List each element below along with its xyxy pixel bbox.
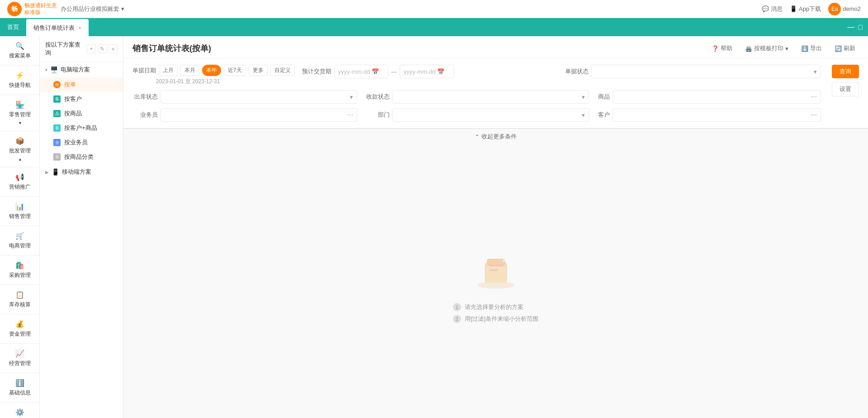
- refresh-icon: 🔄: [835, 45, 842, 52]
- delivery-status-group: 出库状态 ▾: [132, 90, 357, 104]
- sidebar-item-shortcut[interactable]: ⚡ 快捷导航: [0, 66, 39, 95]
- salesperson-input[interactable]: ···: [160, 108, 357, 122]
- empty-tip-2: 2 用[过滤]条件来缩小分析范围: [453, 315, 538, 323]
- scheme-collapse-button[interactable]: «: [108, 44, 118, 53]
- date-btn-last-month[interactable]: 上月: [159, 65, 178, 76]
- tabbar-right-actions: — □: [847, 23, 868, 31]
- delivery-status-select[interactable]: ▾: [160, 90, 357, 104]
- status-label: 单据状态: [565, 67, 589, 76]
- scheme-item-by-salesperson[interactable]: 业 按业务员: [40, 135, 123, 150]
- date-filter-group: 单据日期 上月 本月 本年 近7天 更多 自定义 2023-01-01 至 20…: [132, 65, 295, 86]
- refresh-button[interactable]: 🔄 刷新: [831, 43, 859, 54]
- expected-date-start[interactable]: yyyy-mm-dd 📅: [334, 65, 388, 78]
- tab-home[interactable]: 首页: [0, 18, 26, 36]
- date-btn-custom[interactable]: 自定义: [270, 65, 295, 76]
- query-button[interactable]: 查询: [832, 65, 859, 78]
- mobile-arrow-icon: ▶: [45, 170, 49, 175]
- tab-minimize-icon[interactable]: —: [847, 23, 854, 31]
- date-end-placeholder: yyyy-mm-dd: [404, 68, 436, 75]
- scheme-item-by-cust-prod[interactable]: 客 按客户+商品: [40, 121, 123, 135]
- empty-tips: 1 请先选择要分析的方案 2 用[过滤]条件来缩小分析范围: [453, 303, 538, 323]
- date-btn-this-year[interactable]: 本年: [202, 65, 221, 76]
- calendar-start-icon: 📅: [372, 68, 379, 75]
- empty-tip-1: 1 请先选择要分析的方案: [453, 303, 538, 311]
- retail-icon: 🏪: [15, 100, 24, 109]
- logo-text: 畅捷通好生意 标准版: [24, 2, 57, 15]
- scheme-category-mobile[interactable]: ▶ 📱 移动端方案: [40, 164, 123, 180]
- scheme-item-by-order[interactable]: 按 按单: [40, 77, 123, 92]
- by-salesperson-label: 按业务员: [64, 138, 88, 147]
- sidebar-item-inventory[interactable]: 📋 库存核算: [0, 285, 39, 314]
- query-btn-group: 查询 设置: [832, 65, 859, 96]
- sidebar-item-search[interactable]: 🔍 搜索菜单: [0, 36, 39, 66]
- export-button[interactable]: ⬇️ 导出: [797, 43, 826, 54]
- wholesale-icon: 📦: [15, 137, 24, 145]
- date-btn-this-month[interactable]: 本月: [180, 65, 199, 76]
- tab-maximize-icon[interactable]: □: [858, 23, 863, 31]
- help-button[interactable]: ❓ 帮助: [708, 43, 736, 54]
- print-button[interactable]: 🖨️ 按模板打印 ▾: [741, 43, 792, 54]
- date-btn-more[interactable]: 更多: [249, 65, 268, 76]
- scheme-edit-button[interactable]: ✎: [98, 44, 107, 53]
- header-actions: ❓ 帮助 🖨️ 按模板打印 ▾ ⬇️ 导出 🔄 刷新: [708, 43, 859, 54]
- by-category-icon: 类: [53, 153, 61, 161]
- collapse-bar[interactable]: ⌃ 收起更多条件: [123, 128, 868, 144]
- retail-arrow-icon: ▾: [19, 120, 21, 125]
- user-area[interactable]: Ea demo2: [828, 3, 861, 15]
- date-label-row: 单据日期 上月 本月 本年 近7天 更多 自定义: [132, 65, 295, 76]
- by-category-label: 按商品分类: [64, 153, 94, 161]
- scheme-category-pc[interactable]: ▾ 🖥️ 电脑端方案: [40, 62, 123, 77]
- svg-rect-4: [489, 269, 498, 271]
- scheme-item-by-product[interactable]: 品 按商品: [40, 106, 123, 121]
- sidebar-item-marketing[interactable]: 📢 营销推广: [0, 167, 39, 197]
- sidebar: 🔍 搜索菜单 ⚡ 快捷导航 🏪 零售管理 ▾ 📦 批发管理 ▴ 📢 营销推广 📊…: [0, 36, 40, 418]
- logo-area: 畅 畅捷通好生意 标准版: [7, 2, 57, 16]
- product-filter-group: 商品 ···: [596, 90, 821, 104]
- filter-top-row: 单据日期 上月 本月 本年 近7天 更多 自定义 2023-01-01 至 20…: [132, 65, 859, 122]
- tab-close-icon[interactable]: ×: [78, 25, 81, 31]
- sidebar-item-basic[interactable]: ℹ️ 基础信息: [0, 373, 39, 403]
- main-content: 销售订单统计表(按单) ❓ 帮助 🖨️ 按模板打印 ▾ ⬇️ 导出: [123, 36, 868, 418]
- mobile-category-label: 移动端方案: [62, 168, 91, 176]
- logo-icon: 畅: [7, 2, 22, 16]
- date-range-separator: —: [391, 68, 397, 75]
- expected-date-group: 预计交货期 yyyy-mm-dd 📅 — yyyy-mm-dd 📅: [302, 65, 558, 78]
- sidebar-item-retail[interactable]: 🏪 零售管理 ▾: [0, 95, 39, 131]
- department-filter-group: 部门 ▾: [364, 108, 589, 122]
- sidebar-item-purchase[interactable]: 🛍️ 采购管理: [0, 256, 39, 285]
- expected-date-end[interactable]: yyyy-mm-dd 📅: [400, 65, 454, 78]
- by-salesperson-icon: 业: [53, 139, 61, 146]
- date-btn-7days[interactable]: 近7天: [224, 65, 246, 76]
- sidebar-item-wholesale[interactable]: 📦 批发管理 ▴: [0, 131, 39, 167]
- payment-status-select[interactable]: ▾: [392, 90, 589, 104]
- doc-status-group: 单据状态 ▾: [565, 65, 821, 78]
- tabbar: 首页 销售订单统计表 × — □: [0, 18, 868, 36]
- delivery-status-label: 出库状态: [132, 93, 158, 101]
- scheme-item-by-category[interactable]: 类 按商品分类: [40, 150, 123, 164]
- status-select[interactable]: ▾: [591, 65, 821, 78]
- system-icon: ⚙️: [15, 408, 24, 417]
- customer-input[interactable]: ···: [613, 108, 821, 122]
- product-input[interactable]: ···: [613, 90, 821, 104]
- topbar: 畅 畅捷通好生意 标准版 办公用品行业模拟账套 ▾ 💬 消息 📱 App下载 E…: [0, 0, 868, 18]
- department-select[interactable]: ▾: [392, 108, 589, 122]
- by-order-icon: 按: [53, 81, 61, 88]
- scheme-panel-actions: + ✎ «: [87, 44, 118, 53]
- scheme-add-button[interactable]: +: [87, 44, 96, 53]
- sidebar-item-operations[interactable]: 📈 经营管理: [0, 344, 39, 373]
- sidebar-item-ecommerce[interactable]: 🛒 电商管理: [0, 226, 39, 256]
- collapse-arrow-icon: ⌃: [475, 133, 480, 140]
- tab-sales-stat[interactable]: 销售订单统计表 ×: [26, 19, 89, 37]
- setup-button[interactable]: 设置: [832, 82, 859, 96]
- filter-row-1: 单据日期 上月 本月 本年 近7天 更多 自定义 2023-01-01 至 20…: [132, 65, 821, 86]
- topbar-right: 💬 消息 📱 App下载 Ea demo2: [762, 3, 861, 15]
- sidebar-item-finance[interactable]: 💰 资金管理: [0, 314, 39, 344]
- by-customer-icon: 客: [53, 95, 61, 103]
- date-label: 单据日期: [132, 66, 156, 75]
- app-download-button[interactable]: 📱 App下载: [790, 5, 821, 13]
- delivery-arrow-icon: ▾: [350, 94, 353, 100]
- sidebar-item-sales[interactable]: 📊 销售管理: [0, 197, 39, 226]
- scheme-item-by-customer[interactable]: 客 按客户: [40, 92, 123, 106]
- message-button[interactable]: 💬 消息: [762, 5, 783, 13]
- sidebar-item-system[interactable]: ⚙️ 系统管理: [0, 403, 39, 418]
